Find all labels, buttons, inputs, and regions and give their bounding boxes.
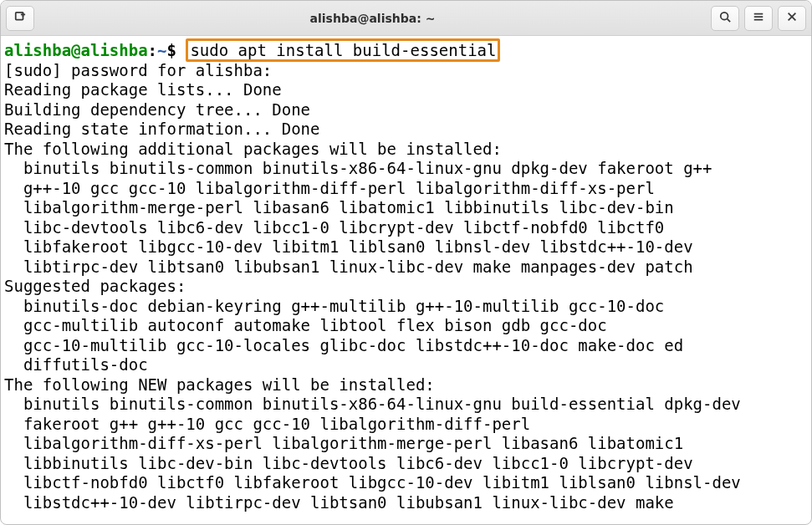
menu-button[interactable] bbox=[744, 6, 773, 31]
prompt-path: ~ bbox=[157, 41, 166, 59]
prompt-line: alishba@alishba:~$ sudo apt install buil… bbox=[4, 41, 808, 61]
terminal-output-line: libalgorithm-merge-perl libasan6 libatom… bbox=[4, 198, 808, 218]
terminal-output-line: libctf-nobfd0 libctf0 libfakeroot libgcc… bbox=[4, 473, 808, 493]
prompt-symbol: $ bbox=[167, 41, 176, 59]
terminal-output-line: g++-10 gcc gcc-10 libalgorithm-diff-perl… bbox=[4, 179, 808, 199]
terminal-output-line: [sudo] password for alishba: bbox=[4, 61, 808, 81]
search-button[interactable] bbox=[711, 6, 739, 31]
search-icon bbox=[719, 11, 731, 25]
terminal-output-line: libtirpc-dev libtsan0 libubsan1 linux-li… bbox=[4, 257, 808, 278]
terminal-output-line: fakeroot g++ g++-10 gcc gcc-10 libalgori… bbox=[4, 415, 808, 435]
terminal-output-line: libalgorithm-diff-xs-perl libalgorithm-m… bbox=[4, 434, 808, 454]
terminal-output-line: diffutils-doc bbox=[4, 355, 808, 375]
terminal-body[interactable]: alishba@alishba:~$ sudo apt install buil… bbox=[1, 36, 811, 524]
command-highlight: sudo apt install build-essential bbox=[186, 38, 500, 62]
titlebar: alishba@alishba: ~ bbox=[1, 1, 811, 36]
terminal-output-line: Building dependency tree... Done bbox=[4, 100, 808, 120]
new-tab-button[interactable] bbox=[6, 6, 34, 31]
terminal-output-line: Reading package lists... Done bbox=[4, 80, 808, 100]
terminal-output-line: gcc-10-multilib gcc-10-locales glibc-doc… bbox=[4, 336, 808, 356]
terminal-output-line: libc-devtools libc6-dev libcc1-0 libcryp… bbox=[4, 218, 808, 238]
menu-icon bbox=[753, 11, 764, 25]
terminal-output-line: binutils-doc debian-keyring g++-multilib… bbox=[4, 297, 808, 317]
new-tab-icon bbox=[14, 11, 26, 25]
terminal-output-line: binutils binutils-common binutils-x86-64… bbox=[4, 159, 808, 179]
terminal-window: alishba@alishba: ~ alishba@alishba:~$ su… bbox=[0, 0, 812, 525]
svg-rect-0 bbox=[16, 13, 23, 20]
window-title: alishba@alishba: ~ bbox=[34, 12, 711, 25]
close-button[interactable] bbox=[778, 6, 806, 31]
terminal-output-line: The following additional packages will b… bbox=[4, 140, 808, 160]
terminal-output-line: libfakeroot libgcc-10-dev libitm1 liblsa… bbox=[4, 237, 808, 257]
terminal-output-line: Reading state information... Done bbox=[4, 120, 808, 140]
prompt-userhost: alishba@alishba bbox=[4, 41, 148, 59]
terminal-output-line: gcc-multilib autoconf automake libtool f… bbox=[4, 316, 808, 336]
terminal-output-line: libstdc++-10-dev libtirpc-dev libtsan0 l… bbox=[4, 493, 808, 513]
svg-point-3 bbox=[721, 13, 728, 20]
svg-line-4 bbox=[728, 19, 731, 23]
terminal-output-line: libbinutils libc-dev-bin libc-devtools l… bbox=[4, 454, 808, 474]
terminal-output-line: The following NEW packages will be insta… bbox=[4, 375, 808, 395]
terminal-output-line: binutils binutils-common binutils-x86-64… bbox=[4, 395, 808, 415]
close-icon bbox=[786, 11, 798, 25]
prompt-colon: : bbox=[148, 41, 157, 59]
terminal-output-line: Suggested packages: bbox=[4, 277, 808, 297]
